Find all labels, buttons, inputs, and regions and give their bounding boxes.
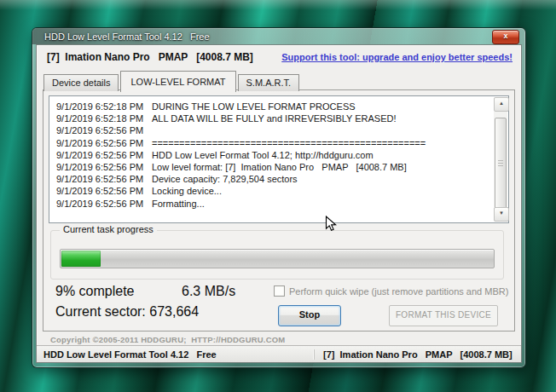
log-entry: 9/1/2019 6:52:56 PM=====================… (56, 137, 494, 149)
scrollbar-thumb[interactable] (495, 118, 507, 210)
window-title: HDD Low Level Format Tool 4.12 Free (44, 32, 210, 42)
log-entry: 9/1/2019 6:52:18 PMALL DATA WILL BE FULL… (56, 112, 494, 124)
progress-group-label: Current task progress (60, 224, 157, 234)
tab-device-details[interactable]: Device details (43, 74, 119, 91)
support-link[interactable]: Support this tool: upgrade and enjoy bet… (281, 52, 513, 62)
log-entry: 9/1/2019 6:52:56 PM (56, 124, 494, 136)
tab-low-level-format[interactable]: LOW-LEVEL FORMAT (120, 71, 235, 92)
quick-wipe-checkbox[interactable] (274, 285, 285, 297)
window-titlebar[interactable]: HDD Low Level Format Tool 4.12 Free x (32, 28, 525, 44)
tab-smart[interactable]: S.M.A.R.T. (238, 74, 300, 91)
progress-fill (61, 251, 101, 267)
speed-label: 6.3 MB/s (182, 284, 235, 299)
desktop-wallpaper: HDD Low Level Format Tool 4.12 Free x [7… (0, 0, 556, 392)
log-scrollbar[interactable]: ▲ ▼ (494, 97, 507, 222)
quick-wipe-label: Perform quick wipe (just remove partitio… (289, 286, 508, 297)
format-this-device-button[interactable]: FORMAT THIS DEVICE (389, 305, 498, 326)
progress-groupbox: Current task progress (50, 230, 504, 280)
current-sector-label: Current sector: 673,664 (55, 304, 199, 320)
copyright-text: Copyright ©2005-2011 HDDGURU; HTTP://HDD… (50, 335, 285, 344)
status-bar-device: [7] Imation Nano Pro PMAP [4008.7 MB] (314, 349, 521, 360)
stop-button[interactable]: Stop (278, 305, 341, 326)
log-entry: 9/1/2019 6:52:56 PMDevice capacity: 7,82… (56, 173, 494, 185)
device-info-header: [7] Imation Nano Pro PMAP [4008.7 MB] (47, 51, 253, 63)
window-client-area: [7] Imation Nano Pro PMAP [4008.7 MB] Su… (36, 44, 522, 363)
low-level-format-panel: 9/1/2019 6:52:18 PMDURING THE LOW LEVEL … (43, 89, 515, 331)
scroll-down-icon[interactable]: ▼ (494, 207, 509, 222)
log-entry: 9/1/2019 6:52:56 PMLocking device... (56, 185, 494, 197)
tab-bar: Device details LOW-LEVEL FORMAT S.M.A.R.… (43, 71, 301, 91)
log-entry: 9/1/2019 6:52:56 PMHDD Low Level Format … (56, 149, 494, 161)
status-bar: HDD Low Level Format Tool 4.12 Free [7] … (37, 345, 521, 362)
log-box: 9/1/2019 6:52:18 PMDURING THE LOW LEVEL … (49, 95, 509, 223)
quick-wipe-row: Perform quick wipe (just remove partitio… (274, 285, 508, 297)
log-entry: 9/1/2019 6:52:56 PMLow level format: [7]… (56, 161, 494, 173)
status-bar-left: HDD Low Level Format Tool 4.12 Free (37, 349, 314, 360)
close-icon[interactable]: x (492, 30, 519, 44)
progress-bar (60, 249, 495, 268)
log-entry: 9/1/2019 6:52:18 PMDURING THE LOW LEVEL … (56, 101, 494, 112)
log-list: 9/1/2019 6:52:18 PMDURING THE LOW LEVEL … (49, 96, 494, 222)
percent-complete-label: 9% complete (55, 284, 135, 299)
scroll-up-icon[interactable]: ▲ (494, 97, 509, 112)
app-window: HDD Low Level Format Tool 4.12 Free x [7… (32, 27, 526, 368)
log-entry: 9/1/2019 6:52:56 PMFormatting... (56, 198, 494, 210)
